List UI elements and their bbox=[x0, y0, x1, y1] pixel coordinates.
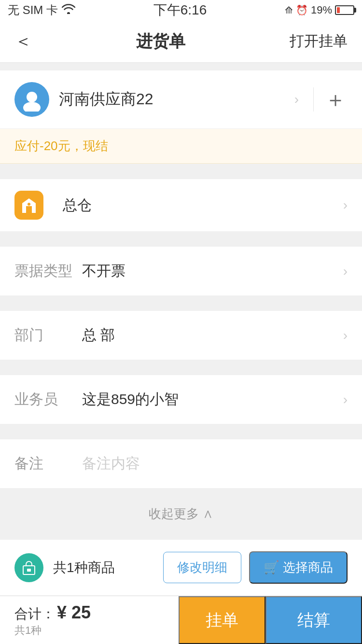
supplier-section: 河南供应商22 › ＋ 应付-20元，现结 bbox=[0, 70, 362, 164]
dept-section: 部门 总 部 › bbox=[0, 311, 362, 360]
product-count: 共1种商品 bbox=[53, 559, 163, 577]
sim-label: 无 SIM 卡 bbox=[8, 2, 58, 18]
invoice-section: 票据类型 不开票 › bbox=[0, 247, 362, 295]
add-supplier-button[interactable]: ＋ bbox=[323, 87, 348, 112]
invoice-chevron-icon: › bbox=[343, 264, 348, 279]
svg-rect-2 bbox=[26, 206, 32, 213]
warehouse-name: 总仓 bbox=[63, 196, 343, 215]
cart-icon: 🛒 bbox=[264, 560, 279, 575]
svg-point-0 bbox=[27, 92, 37, 102]
supplier-avatar bbox=[14, 82, 49, 117]
salesperson-section: 业务员 这是859的小智 › bbox=[0, 375, 362, 424]
back-button[interactable]: ＜ bbox=[14, 29, 32, 53]
notice-bar: 应付-20元，现结 bbox=[0, 129, 362, 164]
status-time: 下午6:16 bbox=[153, 1, 207, 19]
product-icon bbox=[14, 553, 43, 582]
salesperson-chevron-icon: › bbox=[343, 392, 348, 407]
salesperson-row[interactable]: 业务员 这是859的小智 › bbox=[0, 375, 362, 424]
page-title: 进货单 bbox=[136, 30, 185, 53]
dept-chevron-icon: › bbox=[343, 328, 348, 343]
remark-label: 备注 bbox=[14, 454, 72, 474]
status-right: ⟰ ⏰ 19% bbox=[285, 4, 354, 16]
supplier-chevron-icon[interactable]: › bbox=[294, 92, 299, 107]
svg-point-1 bbox=[23, 102, 41, 112]
warehouse-icon bbox=[14, 191, 43, 220]
invoice-label: 票据类型 bbox=[14, 261, 72, 281]
svg-point-3 bbox=[28, 203, 30, 206]
total-label: 合计： bbox=[14, 605, 55, 623]
remark-row[interactable]: 备注 备注内容 bbox=[0, 439, 362, 488]
battery-icon bbox=[335, 5, 354, 15]
warehouse-chevron-icon: › bbox=[343, 197, 348, 213]
collapse-button[interactable]: 收起更多 ∧ bbox=[0, 496, 362, 532]
svg-rect-5 bbox=[27, 569, 31, 572]
pending-button[interactable]: 挂单 bbox=[179, 596, 265, 644]
battery-pct: 19% bbox=[311, 4, 332, 16]
footer-total: 合计： ¥ 25 共1种 bbox=[0, 596, 179, 644]
select-product-button[interactable]: 🛒 选择商品 bbox=[249, 551, 348, 584]
alarm-icon: ⏰ bbox=[296, 4, 308, 16]
nav-bar: ＜ 进货单 打开挂单 bbox=[0, 20, 362, 63]
invoice-row[interactable]: 票据类型 不开票 › bbox=[0, 247, 362, 295]
open-pending-button[interactable]: 打开挂单 bbox=[290, 31, 348, 51]
product-header: 共1种商品 修改明细 🛒 选择商品 bbox=[0, 540, 362, 596]
status-bar: 无 SIM 卡 下午6:16 ⟰ ⏰ 19% bbox=[0, 0, 362, 20]
remark-input[interactable]: 备注内容 bbox=[72, 454, 348, 474]
dept-value: 总 部 bbox=[72, 325, 343, 345]
dept-label: 部门 bbox=[14, 325, 72, 345]
notice-text: 应付-20元，现结 bbox=[14, 139, 108, 153]
remark-section: 备注 备注内容 bbox=[0, 439, 362, 488]
total-count: 共1种 bbox=[14, 623, 164, 638]
wifi-icon bbox=[62, 3, 75, 17]
total-amount: ¥ 25 bbox=[57, 602, 91, 623]
supplier-name: 河南供应商22 bbox=[59, 89, 294, 110]
dept-row[interactable]: 部门 总 部 › bbox=[0, 311, 362, 360]
invoice-value: 不开票 bbox=[72, 261, 343, 281]
footer: 合计： ¥ 25 共1种 挂单 结算 bbox=[0, 596, 362, 644]
supplier-row: 河南供应商22 › ＋ bbox=[0, 70, 362, 129]
divider bbox=[313, 87, 314, 112]
checkout-button[interactable]: 结算 bbox=[265, 596, 362, 644]
warehouse-row[interactable]: 总仓 › bbox=[0, 179, 362, 231]
salesperson-value: 这是859的小智 bbox=[72, 390, 343, 409]
status-left: 无 SIM 卡 bbox=[8, 2, 75, 18]
salesperson-label: 业务员 bbox=[14, 390, 72, 409]
warehouse-section[interactable]: 总仓 › bbox=[0, 179, 362, 231]
location-icon: ⟰ bbox=[285, 4, 293, 16]
modify-detail-button[interactable]: 修改明细 bbox=[163, 552, 241, 583]
